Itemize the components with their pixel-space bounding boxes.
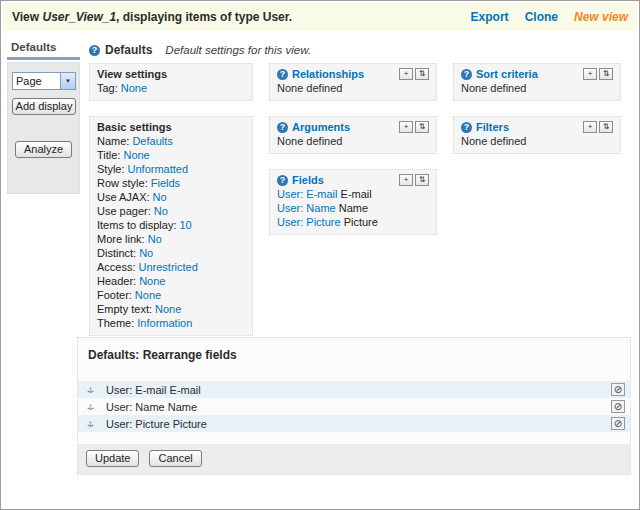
add-icon[interactable]: + bbox=[399, 174, 413, 186]
new-view-link[interactable]: New view bbox=[574, 10, 628, 24]
form-actions: Update Cancel bbox=[78, 444, 630, 474]
setting-row: Items to display:10 bbox=[97, 218, 245, 232]
sort-criteria-title-link[interactable]: Sort criteria bbox=[476, 67, 538, 81]
remove-icon[interactable]: ⊘ bbox=[611, 383, 625, 396]
view-title: View User_View_1, displaying items of ty… bbox=[12, 10, 292, 24]
basic-settings-box: Basic settings Name:Defaults Title:None … bbox=[89, 116, 253, 336]
setting-row: Footer:None bbox=[97, 288, 245, 302]
sort-criteria-box: ? Sort criteria + ⇅ None defined bbox=[453, 63, 621, 101]
display-type-value: Page bbox=[16, 75, 42, 87]
analyze-button[interactable]: Analyze bbox=[15, 141, 72, 158]
cancel-button[interactable]: Cancel bbox=[149, 450, 201, 467]
clone-link[interactable]: Clone bbox=[525, 10, 558, 24]
setting-value-link[interactable]: Unrestricted bbox=[139, 261, 198, 273]
display-heading-title: Defaults bbox=[105, 43, 152, 57]
rearrange-icon[interactable]: ⇅ bbox=[599, 121, 613, 133]
rearrange-icon[interactable]: ⇅ bbox=[599, 68, 613, 80]
display-type-select[interactable]: Page ▼ bbox=[12, 72, 76, 90]
setting-value-link[interactable]: None bbox=[135, 289, 161, 301]
table-row: ↔↕ User: Name Name ⊘ bbox=[78, 398, 630, 415]
setting-value-link[interactable]: None bbox=[139, 275, 165, 287]
help-icon[interactable]: ? bbox=[89, 45, 100, 56]
rearrange-fields-form: Defaults: Rearrange fields ↔↕ User: E-ma… bbox=[77, 337, 631, 475]
settings-column-1: View settings Tag:None Basic settings Na… bbox=[89, 63, 253, 336]
tag-value-link[interactable]: None bbox=[121, 82, 147, 94]
setting-value-link[interactable]: No bbox=[153, 191, 167, 203]
rearrange-form-title: Defaults: Rearrange fields bbox=[78, 338, 630, 371]
table-row: ↔↕ User: Picture Picture ⊘ bbox=[78, 415, 630, 432]
row-label: User: E-mail E-mail bbox=[106, 384, 201, 396]
setting-value-link[interactable]: No bbox=[148, 233, 162, 245]
chevron-down-icon[interactable]: ▼ bbox=[60, 73, 75, 89]
display-add-panel: Page ▼ Add display Analyze bbox=[7, 62, 80, 194]
export-link[interactable]: Export bbox=[471, 10, 509, 24]
arguments-title-link[interactable]: Arguments bbox=[292, 120, 350, 134]
setting-row: Empty text:None bbox=[97, 302, 245, 316]
setting-value-link[interactable]: None bbox=[155, 303, 181, 315]
relationships-box: ? Relationships + ⇅ None defined bbox=[269, 63, 437, 101]
basic-settings-title: Basic settings bbox=[97, 120, 245, 134]
row-label: User: Name Name bbox=[106, 401, 197, 413]
fields-box: ? Fields + ⇅ User: E-mail E-mail User: N… bbox=[269, 169, 437, 235]
rearrange-icon[interactable]: ⇅ bbox=[415, 174, 429, 186]
add-display-button[interactable]: Add display bbox=[12, 98, 76, 115]
sort-criteria-empty-text: None defined bbox=[461, 81, 613, 95]
setting-row: Style:Unformatted bbox=[97, 162, 245, 176]
field-link[interactable]: User: Picture bbox=[277, 216, 341, 228]
views-ui-page: View User_View_1, displaying items of ty… bbox=[0, 0, 640, 510]
help-icon[interactable]: ? bbox=[277, 175, 288, 186]
rearrange-icon[interactable]: ⇅ bbox=[415, 68, 429, 80]
filters-empty-text: None defined bbox=[461, 134, 613, 148]
view-settings-box: View settings Tag:None bbox=[89, 63, 253, 101]
setting-value-link[interactable]: Defaults bbox=[132, 135, 172, 147]
help-icon[interactable]: ? bbox=[277, 69, 288, 80]
setting-value-link[interactable]: Information bbox=[137, 317, 192, 329]
setting-row: More link:No bbox=[97, 232, 245, 246]
setting-value-link[interactable]: No bbox=[154, 205, 168, 217]
display-heading: ? Defaults Default settings for this vie… bbox=[89, 43, 311, 57]
field-item: User: E-mail E-mail bbox=[277, 187, 429, 201]
field-item: User: Picture Picture bbox=[277, 215, 429, 229]
tab-defaults[interactable]: Defaults bbox=[7, 39, 80, 60]
settings-column-2: ? Relationships + ⇅ None defined ? Argum… bbox=[269, 63, 437, 235]
arguments-empty-text: None defined bbox=[277, 134, 429, 148]
setting-value-link[interactable]: Fields bbox=[151, 177, 180, 189]
view-header-bar: View User_View_1, displaying items of ty… bbox=[3, 3, 637, 31]
filters-box: ? Filters + ⇅ None defined bbox=[453, 116, 621, 154]
add-icon[interactable]: + bbox=[583, 121, 597, 133]
setting-row: Row style:Fields bbox=[97, 176, 245, 190]
field-link[interactable]: User: Name bbox=[277, 202, 336, 214]
add-icon[interactable]: + bbox=[399, 121, 413, 133]
field-link[interactable]: User: E-mail bbox=[277, 188, 338, 200]
drag-handle-icon[interactable]: ↔↕ bbox=[85, 401, 96, 412]
update-button[interactable]: Update bbox=[86, 450, 139, 467]
display-heading-description: Default settings for this view. bbox=[165, 44, 311, 56]
setting-value-link[interactable]: Unformatted bbox=[128, 163, 189, 175]
relationships-title-link[interactable]: Relationships bbox=[292, 67, 364, 81]
rearrange-rows: ↔↕ User: E-mail E-mail ⊘ ↔↕ User: Name N… bbox=[78, 381, 630, 432]
setting-row: Header:None bbox=[97, 274, 245, 288]
setting-row: Use pager:No bbox=[97, 204, 245, 218]
drag-handle-icon[interactable]: ↔↕ bbox=[85, 418, 96, 429]
filters-title-link[interactable]: Filters bbox=[476, 120, 509, 134]
field-item: User: Name Name bbox=[277, 201, 429, 215]
display-sidebar: Defaults Page ▼ Add display Analyze bbox=[7, 39, 80, 194]
row-label: User: Picture Picture bbox=[106, 418, 207, 430]
view-name: User_View_1 bbox=[42, 10, 116, 24]
remove-icon[interactable]: ⊘ bbox=[611, 417, 625, 430]
add-icon[interactable]: + bbox=[583, 68, 597, 80]
setting-row: Use AJAX:No bbox=[97, 190, 245, 204]
help-icon[interactable]: ? bbox=[461, 69, 472, 80]
help-icon[interactable]: ? bbox=[461, 122, 472, 133]
add-icon[interactable]: + bbox=[399, 68, 413, 80]
remove-icon[interactable]: ⊘ bbox=[611, 400, 625, 413]
setting-value-link[interactable]: 10 bbox=[179, 219, 191, 231]
drag-handle-icon[interactable]: ↔↕ bbox=[85, 384, 96, 395]
help-icon[interactable]: ? bbox=[277, 122, 288, 133]
fields-title-link[interactable]: Fields bbox=[292, 173, 324, 187]
rearrange-icon[interactable]: ⇅ bbox=[415, 121, 429, 133]
setting-row: Name:Defaults bbox=[97, 134, 245, 148]
setting-value-link[interactable]: No bbox=[139, 247, 153, 259]
table-row: ↔↕ User: E-mail E-mail ⊘ bbox=[78, 381, 630, 398]
setting-value-link[interactable]: None bbox=[123, 149, 149, 161]
